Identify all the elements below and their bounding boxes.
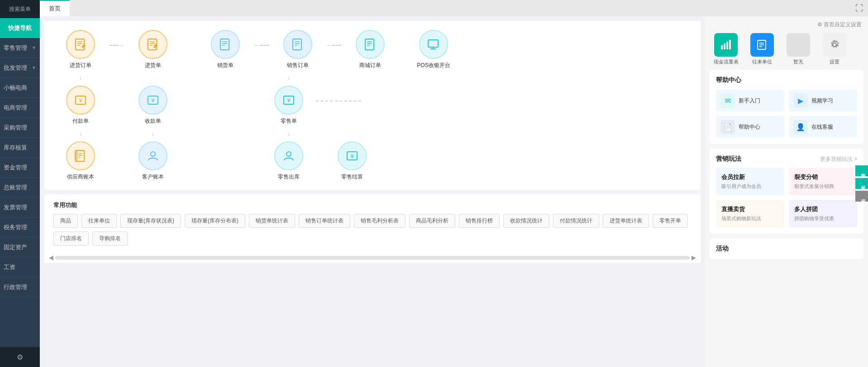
sidebar-item-label: 小畅电商 (4, 84, 27, 92)
flow-node-payment-in[interactable]: ¥ 收款单 (126, 86, 180, 125)
play-icon: ▶ (793, 93, 808, 108)
marketing-item-fission[interactable]: 裂变分销 裂变式发展分销商 (789, 168, 857, 195)
customize-header[interactable]: ⚙ 首页自定义设置 (710, 21, 863, 29)
flow-node-label: 付款单 (72, 117, 89, 125)
flow-node-purchase-bill[interactable]: 进货单 (126, 30, 180, 69)
sale-bill-icon (211, 30, 240, 59)
sidebar-settings-button[interactable]: ⚙ (0, 347, 40, 367)
float-btn-service[interactable]: 客服热线 (855, 165, 868, 176)
sidebar-item-label: 零售管理 (4, 44, 27, 52)
chevron-down-icon: ▼ (32, 65, 36, 70)
marketing-header: 营销玩法 更多营销玩法 > (716, 155, 857, 163)
func-btn-guide-rank[interactable]: 导购排名 (92, 232, 128, 246)
flow-node-label: POS收银开台 (417, 62, 450, 69)
cashflow-icon (714, 33, 738, 57)
sidebar-item-funds[interactable]: 资金管理 (0, 158, 40, 178)
flow-node-retail-order[interactable]: ¥ 零售单 (262, 86, 316, 125)
help-center-card: 帮助中心 ✉ 新手入门 ▶ 视频学习 📄 帮助中心 👤 (710, 70, 863, 144)
help-center-title: 帮助中心 (716, 76, 857, 84)
marketing-more-link[interactable]: 更多营销玩法 > (820, 155, 857, 163)
flow-node-supplier-book[interactable]: 供应商账本 (53, 141, 108, 181)
scrollbar-row: ◀ ▶ (44, 252, 701, 263)
func-btn-store-rank[interactable]: 门店排名 (53, 232, 89, 246)
flow-node-sale-bill[interactable]: 销货单 (198, 30, 253, 69)
sidebar-search[interactable]: 搜索菜单 (0, 0, 40, 18)
sidebar-item-retail[interactable]: 零售管理 ▼ (0, 38, 40, 58)
func-btn-sale-order-stat[interactable]: 销售订单统计表 (299, 214, 350, 228)
flow-node-retail-settle[interactable]: ¥ 零售结算 (325, 141, 379, 181)
quick-icon-cashflow[interactable]: 现金流量表 (710, 33, 742, 65)
expand-button[interactable]: ⛶ (855, 0, 868, 16)
quick-icon-settings[interactable]: 设置 (818, 33, 851, 65)
retail-order-icon: ¥ (274, 86, 303, 115)
func-btn-sale-profit[interactable]: 销售毛利分析表 (354, 214, 405, 228)
quick-icon-none[interactable]: 暂无 (782, 33, 815, 65)
sidebar-item-salary[interactable]: 工资 (0, 257, 40, 277)
expand-icon: ⛶ (855, 4, 863, 13)
payment-out-icon: ¥ (66, 86, 95, 115)
sidebar-item-admin[interactable]: 行政管理 (0, 277, 40, 297)
func-btn-contacts[interactable]: 往来单位 (81, 214, 117, 228)
func-btn-sale-rank[interactable]: 销售排行榜 (459, 214, 500, 228)
sidebar-item-invoice[interactable]: 发票管理 (0, 198, 40, 217)
sidebar-item-ecommerce[interactable]: 电商管理 (0, 98, 40, 118)
quick-icon-contacts[interactable]: 往来单位 (746, 33, 778, 65)
sidebar-item-label: 电商管理 (4, 104, 27, 112)
flow-diagram: 进货订单 → 进货单 (53, 30, 692, 181)
scroll-right-icon[interactable]: ▶ (692, 254, 696, 261)
func-btn-sale-stat[interactable]: 销货单统计表 (249, 214, 295, 228)
sidebar-item-inventory[interactable]: 库存核算 (0, 138, 40, 158)
float-btn-community[interactable]: 服务社区 (855, 178, 868, 189)
func-btn-stock-dist[interactable]: 现存量(库存分布表) (185, 214, 245, 228)
person-icon: 👤 (793, 120, 808, 134)
flow-node-sale-order[interactable]: 销售订单 (271, 30, 325, 69)
customize-label: ⚙ 首页自定义设置 (817, 21, 862, 28)
flow-node-retail-out[interactable]: 零售出库 (262, 141, 316, 181)
marketing-item-live[interactable]: 直播卖货 场景式购物新玩法 (716, 200, 784, 227)
flow-node-customer-book[interactable]: 客户账本 (126, 141, 180, 181)
flow-node-mall-order[interactable]: 商城订单 (343, 30, 397, 69)
marketing-item-group[interactable]: 多人拼团 拼团购物享受优惠 (789, 200, 857, 227)
sidebar-item-ledger[interactable]: 总账管理 (0, 178, 40, 198)
tab-home[interactable]: 首页 (40, 0, 70, 16)
flow-node-label: 收款单 (145, 117, 161, 125)
scroll-left-icon[interactable]: ◀ (49, 254, 53, 261)
sidebar-item-label: 资金管理 (4, 164, 27, 172)
tabbar: 首页 ⛶ (40, 0, 868, 16)
quick-icon-label: 往来单位 (752, 58, 772, 65)
func-btn-receipt-stat[interactable]: 收款情况统计 (503, 214, 549, 228)
func-btn-stock-status[interactable]: 现存量(库存状况表) (120, 214, 181, 228)
scrollbar-track[interactable] (55, 256, 690, 260)
func-btn-goods-profit[interactable]: 商品毛利分析 (409, 214, 455, 228)
func-btn-goods[interactable]: 商品 (53, 214, 78, 228)
svg-rect-42 (729, 40, 731, 49)
help-item-help[interactable]: 📄 帮助中心 (716, 116, 784, 138)
help-item-video[interactable]: ▶ 视频学习 (789, 90, 857, 111)
sidebar-item-tax[interactable]: 税务管理 (0, 217, 40, 237)
sidebar-item-label: 库存核算 (4, 144, 27, 152)
help-item-beginner[interactable]: ✉ 新手入门 (716, 90, 784, 111)
marketing-item-member[interactable]: 会员拉新 吸引用户成为会员 (716, 168, 784, 195)
marketing-item-title: 多人拼团 (794, 205, 852, 213)
marketing-card: 营销玩法 更多营销玩法 > 会员拉新 吸引用户成为会员 裂变分销 裂变式发展分销… (710, 149, 863, 234)
help-item-service[interactable]: 👤 在线客服 (789, 116, 857, 138)
func-btn-retail-order[interactable]: 零售开单 (653, 214, 688, 228)
float-btn-desktop[interactable]: 桌面快捷 (855, 191, 868, 202)
svg-point-35 (151, 152, 155, 156)
sidebar-nav-active[interactable]: 快捷导航 (0, 18, 40, 38)
func-btn-purchase-stat[interactable]: 进货单统计表 (603, 214, 649, 228)
flow-node-purchase-order[interactable]: 进货订单 (53, 30, 108, 69)
sidebar-item-ecommerce-small[interactable]: 小畅电商 (0, 78, 40, 98)
sidebar-item-wholesale[interactable]: 批发管理 ▼ (0, 58, 40, 78)
main-area: 首页 ⛶ 进货订单 (40, 0, 868, 367)
func-grid: 商品 往来单位 现存量(库存状况表) 现存量(库存分布表) 销货单统计表 销售订… (53, 214, 692, 246)
flow-node-payment-out[interactable]: ¥ 付款单 (53, 86, 108, 125)
quick-icons-row: 现金流量表 往来单位 暂无 设置 (710, 33, 863, 65)
flow-node-pos[interactable]: POS收银开台 (406, 30, 461, 69)
marketing-item-desc: 吸引用户成为会员 (721, 183, 779, 190)
marketing-item-desc: 裂变式发展分销商 (794, 183, 852, 190)
sidebar-item-procurement[interactable]: 采购管理 (0, 118, 40, 138)
sidebar-item-assets[interactable]: 固定资产 (0, 237, 40, 257)
quick-icon-label: 现金流量表 (714, 58, 739, 65)
func-btn-payment-stat[interactable]: 付款情况统计 (553, 214, 599, 228)
